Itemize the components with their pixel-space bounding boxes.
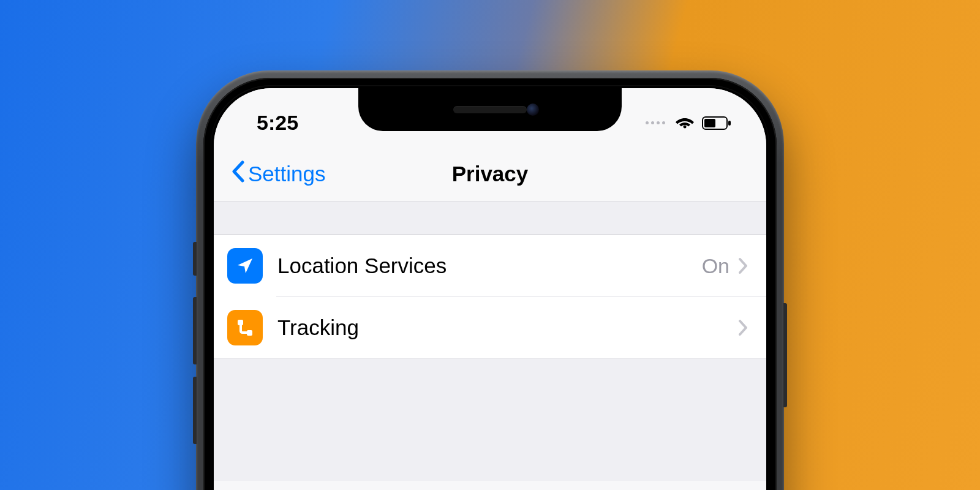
location-arrow-icon	[227, 248, 263, 284]
front-camera	[527, 104, 539, 116]
status-time: 5:25	[257, 111, 298, 135]
settings-list: Location Services On	[214, 235, 766, 358]
row-label: Tracking	[277, 315, 738, 340]
screen: 5:25	[214, 88, 766, 490]
wifi-icon	[675, 116, 695, 130]
page-title: Privacy	[452, 162, 529, 186]
row-value: On	[702, 254, 729, 278]
nav-bar: Settings Privacy	[214, 146, 766, 202]
svg-rect-1	[704, 119, 715, 127]
content: Location Services On	[214, 202, 766, 481]
earpiece	[453, 106, 527, 113]
back-label: Settings	[248, 162, 325, 186]
volume-down-button	[193, 377, 197, 444]
status-icons	[646, 116, 733, 130]
svg-rect-2	[728, 121, 731, 126]
tracking-icon	[227, 310, 263, 345]
back-button[interactable]: Settings	[231, 160, 325, 187]
mute-switch	[193, 242, 197, 276]
section-spacer	[214, 202, 766, 235]
chevron-right-icon	[738, 257, 748, 274]
battery-icon	[702, 116, 733, 130]
cell-signal-icon	[646, 121, 665, 124]
row-label: Location Services	[277, 254, 702, 278]
notch	[358, 88, 622, 131]
volume-up-button	[193, 297, 197, 364]
chevron-left-icon	[231, 160, 246, 187]
section-spacer	[214, 358, 766, 481]
phone-frame: 5:25	[196, 70, 784, 490]
chevron-right-icon	[738, 319, 748, 336]
row-tracking[interactable]: Tracking	[214, 297, 766, 358]
row-location-services[interactable]: Location Services On	[214, 235, 766, 296]
power-button	[783, 303, 787, 407]
